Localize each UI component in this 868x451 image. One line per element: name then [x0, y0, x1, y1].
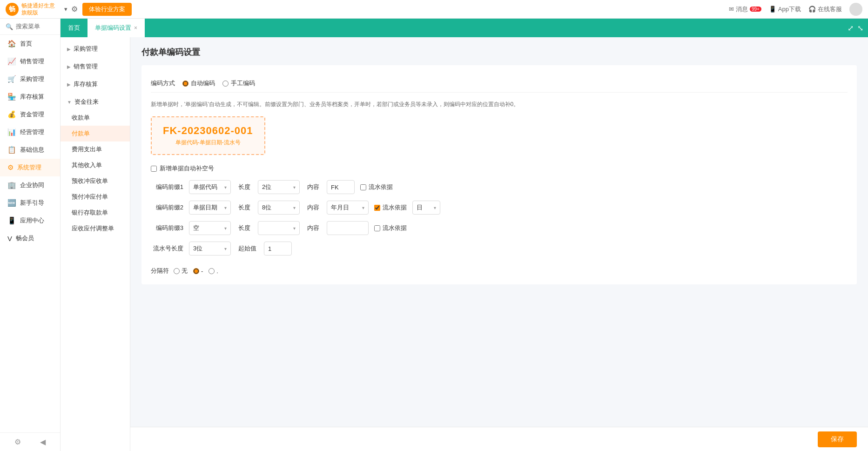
prefix1-length-select[interactable]: 2位 ▾ [258, 180, 300, 194]
prefix2-content-select[interactable]: 年月日 ▾ [327, 201, 369, 215]
manual-code-radio[interactable]: 手工编码 [222, 79, 255, 88]
shrink-icon[interactable]: ⤡ [857, 24, 863, 33]
prefix1-flow-check[interactable]: 流水依据 [360, 183, 393, 191]
sidebar-search[interactable]: 🔍 搜索菜单 [0, 19, 60, 35]
nav-expand-area: ⤢ ⤡ [843, 24, 868, 33]
code-preview-label: 单据代码-单据日期-流水号 [163, 139, 253, 147]
chevron-right-icon: ▶ [67, 64, 71, 69]
group-purchase-title[interactable]: ▶ 采购管理 [61, 41, 130, 57]
sidebar-item-inventory[interactable]: 🏪 库存核算 [0, 88, 60, 106]
prefix3-content-label: 内容 [307, 224, 319, 232]
apps-icon: 📱 [7, 216, 16, 225]
prefix3-length-select[interactable]: ▾ [258, 221, 300, 235]
chevron-down-icon: ▾ [293, 185, 296, 190]
inventory-icon: 🏪 [7, 93, 16, 101]
chevron-down-icon: ▼ [67, 100, 72, 105]
prefix2-flow-check[interactable]: 流水依据 [374, 203, 407, 212]
sidebar-item-pre-payment-offset[interactable]: 预付冲应付单 [61, 189, 130, 205]
online-support-button[interactable]: 🎧 在线客服 [808, 5, 842, 13]
chevron-down-icon: ▾ [293, 205, 296, 210]
promo-button[interactable]: 体验行业方案 [82, 3, 132, 16]
sidebar-item-other-income[interactable]: 其他收入单 [61, 157, 130, 173]
message-button[interactable]: ✉ 消息 99+ [729, 5, 761, 13]
group-sales: ▶ 销售管理 [61, 59, 130, 74]
prefix2-row: 编码前缀2 单据日期 ▾ 长度 8位 ▾ 内容 [151, 201, 848, 215]
expand-icon[interactable]: ⤢ [848, 24, 854, 33]
sidebar-item-basic[interactable]: 📋 基础信息 [0, 141, 60, 159]
prefix1-length-label: 长度 [238, 183, 250, 191]
sidebar-item-guide[interactable]: 🆕 新手引导 [0, 194, 60, 212]
group-sales-title[interactable]: ▶ 销售管理 [61, 59, 130, 74]
sidebar-item-system[interactable]: ⚙ 系统管理 [0, 159, 60, 176]
chevron-down-icon: ▾ [362, 205, 364, 210]
auto-fill-checkbox[interactable] [151, 166, 157, 172]
sidebar-item-receipt[interactable]: 收款单 [61, 110, 130, 126]
sidebar-item-sales[interactable]: 📈 销售管理 [0, 53, 60, 70]
auto-fill-label: 新增单据自动补空号 [160, 164, 214, 173]
start-value-label: 起始值 [238, 244, 256, 253]
prefix3-row: 编码前缀3 空 ▾ 长度 ▾ 内容 [151, 221, 848, 235]
logo-text: 畅捷通好生意 旗舰版 [21, 2, 55, 16]
sidebar-item-finance[interactable]: 💰 资金管理 [0, 106, 60, 123]
prefix1-content-input: FK [327, 180, 355, 194]
code-preview-box: FK-20230602-001 单据代码-单据日期-流水号 [151, 116, 265, 155]
sidebar-item-purchase[interactable]: 🛒 采购管理 [0, 70, 60, 88]
code-preview-value: FK-20230602-001 [163, 125, 253, 137]
prefix1-select[interactable]: 单据代码 ▾ [189, 180, 231, 194]
chevron-right-icon: ▶ [67, 47, 71, 52]
sidebar-item-apps[interactable]: 📱 应用中心 [0, 212, 60, 229]
separator-row: 分隔符 无 - [151, 267, 848, 275]
sidebar-item-payment[interactable]: 付款单 [61, 126, 130, 141]
home-icon: 🏠 [7, 40, 16, 48]
topbar-dropdown[interactable]: ▾ [64, 6, 67, 13]
basic-icon: 📋 [7, 146, 16, 154]
sidebar-bottom-settings[interactable]: ⚙ [14, 438, 21, 446]
flow-number-row: 流水号长度 3位 ▾ 起始值 1 [151, 242, 848, 256]
tab-settings[interactable]: 单据编码设置 × [87, 19, 145, 37]
left-sidebar: 🔍 搜索菜单 🏠 首页 📈 销售管理 🛒 采购管理 🏪 库存核算 💰 资金管理 … [0, 19, 61, 451]
sidebar-item-bank[interactable]: 银行存取款单 [61, 205, 130, 221]
enterprise-icon: 🏢 [7, 181, 16, 189]
prefix3-select[interactable]: 空 ▾ [189, 221, 231, 235]
sidebar-bottom: ⚙ ◀ [0, 432, 60, 451]
sidebar-item-ap-ar-adjust[interactable]: 应收应付调整单 [61, 221, 130, 236]
sales-icon: 📈 [7, 57, 16, 66]
sidebar-collapse-button[interactable]: ◀ [40, 438, 46, 446]
group-finance-title[interactable]: ▼ 资金往来 [61, 94, 130, 110]
separator-options: 无 - . [174, 267, 218, 275]
prefix2-length-label: 长度 [238, 203, 250, 212]
settings-icon[interactable]: ⚙ [71, 5, 78, 13]
sidebar-item-expense[interactable]: 费用支出单 [61, 141, 130, 157]
tab-home[interactable]: 首页 [61, 19, 87, 37]
page-content: 付款单编码设置 编码方式 自动编码 [130, 37, 868, 427]
sidebar-item-operations[interactable]: 📊 经营管理 [0, 123, 60, 141]
prefix2-length-select[interactable]: 8位 ▾ [258, 201, 300, 215]
avatar[interactable] [849, 3, 862, 16]
prefix2-flow-unit-select[interactable]: 日 ▾ [412, 201, 440, 215]
main-layout: 🔍 搜索菜单 🏠 首页 📈 销售管理 🛒 采购管理 🏪 库存核算 💰 资金管理 … [0, 19, 868, 451]
separator-dot[interactable]: . [209, 268, 218, 275]
group-inventory: ▶ 库存核算 [61, 76, 130, 92]
group-inventory-title[interactable]: ▶ 库存核算 [61, 76, 130, 92]
sidebar-item-pre-receipt-offset[interactable]: 预收冲应收单 [61, 173, 130, 189]
prefix2-content-label: 内容 [307, 203, 319, 212]
start-value-input[interactable]: 1 [264, 242, 292, 256]
sidebar-item-enterprise[interactable]: 🏢 企业协同 [0, 176, 60, 194]
prefix3-length-label: 长度 [238, 224, 250, 232]
group-finance: ▼ 资金往来 收款单 付款单 费用支出单 其他收入单 预收冲应收单 预付冲应付单… [61, 94, 130, 236]
save-button[interactable]: 保存 [818, 431, 857, 447]
flow-number-select[interactable]: 3位 ▾ [189, 242, 231, 256]
auto-code-radio[interactable]: 自动编码 [182, 79, 215, 88]
logo-icon: 畅 [6, 3, 19, 16]
sidebar-item-member[interactable]: V 畅会员 [0, 229, 60, 247]
sidebar-item-home[interactable]: 🏠 首页 [0, 35, 60, 53]
topbar-center: ▾ ⚙ [64, 5, 78, 13]
app-download-button[interactable]: 📱 App下载 [769, 5, 801, 13]
prefix2-select[interactable]: 单据日期 ▾ [189, 201, 231, 215]
tab-close-button[interactable]: × [134, 25, 137, 31]
prefix3-flow-check[interactable]: 流水依据 [374, 224, 407, 232]
prefix2-label: 编码前缀2 [151, 203, 183, 212]
prefix3-label: 编码前缀3 [151, 224, 183, 232]
separator-none[interactable]: 无 [174, 267, 188, 275]
separator-dash[interactable]: - [193, 268, 203, 275]
